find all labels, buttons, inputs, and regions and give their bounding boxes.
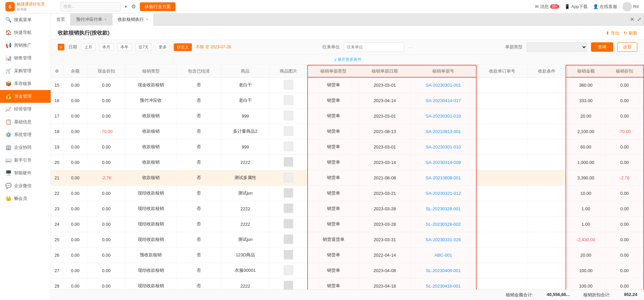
cell-bill-no[interactable]: SL-20230418-001	[411, 278, 476, 290]
online-service-group[interactable]: 👤 在线客服	[593, 4, 617, 10]
cell-bill-no[interactable]: SL-20230328-001	[411, 201, 476, 216]
cell-included: 否	[176, 93, 221, 108]
bill-no-link[interactable]: SA-20230321-012	[426, 191, 461, 196]
sidebar-item-inventory[interactable]: 📦 库存核算	[0, 77, 51, 90]
bill-no-link[interactable]: SA-20210808-001	[426, 175, 461, 180]
export-button[interactable]: ⬆ 导出	[606, 30, 620, 36]
sidebar-item-marketing[interactable]: 📢 营销推广	[0, 39, 51, 52]
sidebar-label-finance: 资金管理	[14, 93, 32, 99]
this-year-button[interactable]: 本年	[117, 43, 131, 51]
sidebar-item-nav[interactable]: 🏠 快捷导航	[0, 26, 51, 39]
cell-receipt-cond	[528, 77, 566, 93]
top-search-box[interactable]: 搜索...	[60, 2, 121, 11]
message-icon: ✉	[535, 4, 539, 9]
table-row: 23 0.00 0.00 现结收款核销 否 2222 销货单 2023-03-2…	[51, 201, 644, 216]
cell-receipt-cond	[528, 247, 566, 263]
sidebar-item-member[interactable]: 👑 畅会员	[0, 192, 51, 205]
gear-icon[interactable]: ⚙	[131, 3, 136, 10]
sidebar-item-purchase[interactable]: 🛒 采购管理	[0, 65, 51, 77]
bill-no-link[interactable]: SA-20230301-010	[426, 144, 461, 149]
sidebar-item-ops[interactable]: 📈 经营管理	[0, 103, 51, 116]
expand-window-icon[interactable]: ⤢	[637, 16, 641, 23]
bill-no-link[interactable]: ABC-001	[434, 253, 452, 258]
cell-bill-no[interactable]: ABC-001	[411, 247, 476, 263]
cell-bill-no[interactable]: SA-20210813-001	[411, 124, 476, 139]
bill-no-link[interactable]: SA-20230331-026	[426, 237, 461, 242]
cell-bill-no[interactable]: SA-20230301-001	[411, 77, 476, 93]
table-row: 18 0.00 -70.00 收款核销 否 多计量商品2 销货单 2021-08…	[51, 124, 644, 139]
service-icon: 👤	[593, 4, 598, 9]
bill-no-link[interactable]: SL-20230408-001	[426, 268, 461, 273]
phone-icon: 📱	[565, 4, 570, 9]
cell-bill-no[interactable]: SA-20230301-010	[411, 139, 476, 155]
expand-conditions-button[interactable]: ∨ 展开更多条件	[334, 57, 362, 62]
cell-included: 否	[176, 232, 221, 247]
bill-no-link[interactable]: SA-20210813-001	[426, 129, 461, 134]
cell-bill-type: 销货单	[308, 77, 359, 93]
collapse-filter-button[interactable]: »	[58, 44, 64, 50]
sidebar-item-guide[interactable]: 📖 新手引导	[0, 154, 51, 167]
from-unit-input[interactable]	[344, 42, 404, 52]
sidebar-item-sales[interactable]: 📊 销售管理	[0, 52, 51, 65]
bill-no-link[interactable]: SL-20230418-001	[426, 284, 461, 289]
tab-prepay-close[interactable]: ×	[104, 17, 107, 22]
receipt-type-select[interactable]	[527, 42, 587, 52]
message-icon-group[interactable]: ✉ 消息 99+	[535, 4, 559, 10]
cell-bill-type: 销货单	[308, 201, 359, 216]
last-7-days-button[interactable]: 近7天	[136, 43, 152, 51]
avatar	[623, 2, 632, 11]
sidebar-item-search[interactable]: 🔍 搜索菜单	[0, 13, 51, 26]
date-filter-label: 日期	[68, 44, 77, 50]
sidebar-label-member: 畅会员	[14, 196, 27, 202]
cell-bill-no[interactable]: SA-20230301-010	[411, 108, 476, 124]
cell-bill-no[interactable]: SA-20230331-026	[411, 232, 476, 247]
cell-bill-no[interactable]: SA-20230414-017	[411, 93, 476, 108]
cell-goods-img	[269, 139, 308, 155]
cell-goods: 衣服00001	[221, 263, 269, 278]
sidebar-item-finance[interactable]: 💰 资金管理	[0, 90, 51, 103]
tab-prepay[interactable]: 预付冲应付单 ×	[71, 13, 112, 26]
close-window-icon[interactable]: ✕	[630, 16, 634, 23]
cell-bill-no[interactable]: SA-20230321-012	[411, 185, 476, 201]
bill-no-link[interactable]: SA-20230314-008	[426, 160, 461, 165]
cell-bill-no[interactable]: SA-20210808-001	[411, 170, 476, 185]
this-month-button[interactable]: 本月	[99, 43, 113, 51]
cell-discount: 0.00	[605, 216, 644, 232]
sidebar-item-info[interactable]: 📋 基础信息	[0, 116, 51, 128]
query-button[interactable]: 查询	[591, 42, 613, 52]
search-placeholder: 搜索...	[63, 4, 75, 9]
bill-no-link[interactable]: SA-20230301-010	[426, 114, 461, 119]
bill-no-link[interactable]: SA-20230301-001	[426, 83, 461, 88]
tab-receipt-close[interactable]: ×	[146, 17, 148, 22]
more-date-button[interactable]: 更多	[156, 43, 170, 51]
cell-amount: 100.00	[566, 263, 605, 278]
cell-bill-no[interactable]: SL-20230408-001	[411, 263, 476, 278]
sidebar-label-search: 搜索菜单	[14, 17, 32, 23]
sidebar-item-hardware[interactable]: 🖥️ 智能硬件	[0, 167, 51, 179]
bill-no-link[interactable]: SL-20230328-002	[426, 222, 461, 227]
industry-button[interactable]: 休验行业方案	[140, 2, 175, 11]
sidebar-item-corp[interactable]: 🏢 企业协同	[0, 141, 51, 154]
user-avatar-group[interactable]: Rit	[623, 2, 639, 11]
sidebar-item-wechat[interactable]: 💬 企业微信	[0, 179, 51, 192]
bill-no-link[interactable]: SL-20230328-001	[426, 206, 461, 211]
sidebar-item-system[interactable]: ⚙️ 系统管理	[0, 128, 51, 141]
logo-name: 畅捷通谱好生意	[17, 1, 45, 7]
refresh-button[interactable]: ↻ 刷新	[624, 30, 637, 36]
cell-bill-no[interactable]: SL-20230328-002	[411, 216, 476, 232]
cell-bill-type: 销货单	[308, 108, 359, 124]
bill-no-link[interactable]: SA-20230414-017	[426, 98, 461, 103]
cell-remainder: 0.00	[63, 108, 88, 124]
tab-receipt[interactable]: 收款核销执行 ×	[112, 13, 154, 26]
custom-date-button[interactable]: 自定义	[174, 43, 192, 51]
settings-button[interactable]: 设置	[617, 42, 637, 52]
cell-bill-no[interactable]: SA-20230314-008	[411, 155, 476, 170]
th-gear[interactable]: ⚙	[51, 65, 63, 77]
chevron-down-icon[interactable]: ▾	[125, 4, 127, 9]
tab-bar-actions: ✕ ⤢	[630, 16, 644, 23]
last-month-button[interactable]: 上月	[81, 43, 95, 51]
cell-included: 否	[176, 216, 221, 232]
table-wrapper[interactable]: ⚙ 余额 现金折扣 核销类型 包含已结清 商品 商品图片 核销单据类型 核销单据…	[51, 65, 644, 290]
tab-home[interactable]: 首页	[51, 13, 71, 26]
app-download-group[interactable]: 📱 App下载	[565, 4, 588, 10]
